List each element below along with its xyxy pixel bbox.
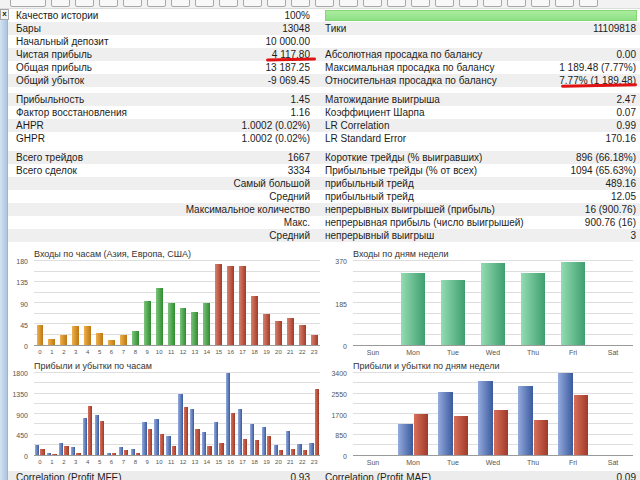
x-tick-label: 19 xyxy=(261,347,273,358)
bar-slot xyxy=(141,373,153,455)
x-tick-label: 13 xyxy=(189,457,201,468)
bar-slot xyxy=(201,373,213,455)
x-tick-label: 3 xyxy=(70,347,82,358)
x-tick-label: 18 xyxy=(249,457,261,468)
toolbar-button[interactable] xyxy=(363,0,382,7)
bar-прибыль xyxy=(238,409,242,455)
toolbar-button[interactable] xyxy=(10,0,46,7)
bar xyxy=(180,308,187,345)
toolbar-button[interactable] xyxy=(555,0,574,7)
x-tick-label: Thu xyxy=(513,457,553,468)
toolbar-button[interactable] xyxy=(219,0,238,7)
y-tick-label: 1800 xyxy=(12,370,28,377)
bar-прибыль xyxy=(142,422,146,455)
bar xyxy=(156,288,163,345)
bar-slot xyxy=(249,373,261,455)
bar-убыток xyxy=(303,450,307,455)
x-tick-label: 3 xyxy=(70,457,82,468)
stat-value: 100% xyxy=(8,9,310,22)
x-tick-label: 5 xyxy=(94,457,106,468)
stat-label: Максимальная просадка по балансу xyxy=(325,61,494,74)
bar-slot xyxy=(353,261,393,345)
stat-value: 13048 xyxy=(8,22,310,35)
toolbar-button[interactable] xyxy=(459,0,478,7)
bar-slot xyxy=(70,373,82,455)
bar-slot xyxy=(261,261,273,345)
bar-slot xyxy=(433,261,473,345)
toolbar-button[interactable] xyxy=(435,0,454,7)
toolbar-button[interactable] xyxy=(315,0,334,7)
toolbar-button[interactable] xyxy=(75,0,94,7)
x-tick-label: 23 xyxy=(308,347,320,358)
toolbar-button[interactable] xyxy=(483,0,502,7)
stat-value: Макс. xyxy=(8,216,310,229)
bar-slot xyxy=(237,261,249,345)
chart-title: Прибыли и убытки по дням недели xyxy=(353,361,499,371)
bar-убыток xyxy=(100,421,104,455)
bar-убыток xyxy=(574,395,588,455)
x-tick-label: Fri xyxy=(553,347,593,358)
toolbar-button[interactable] xyxy=(411,0,430,7)
bar-slot xyxy=(513,373,553,455)
toolbar-button[interactable] xyxy=(387,0,406,7)
bar-прибыль xyxy=(119,447,123,455)
stat-value: 3334 xyxy=(8,164,310,177)
stat-label: прибыльный трейд xyxy=(325,190,414,203)
chart-entries-by-weekday: Входы по дням недели0185370SunMonTueWedT… xyxy=(330,246,640,358)
bar-прибыль xyxy=(47,453,51,455)
table-row: Среднийприбыльный трейд12.05 xyxy=(8,190,640,203)
table-row: Общий убыток-9 069.45Относительная проса… xyxy=(8,74,640,87)
toolbar-button[interactable] xyxy=(123,0,142,7)
bar-убыток xyxy=(52,454,56,455)
bar xyxy=(227,266,234,345)
chart-bars xyxy=(34,261,320,345)
x-tick-label: 13 xyxy=(189,347,201,358)
toolbar-button[interactable] xyxy=(579,0,598,7)
bar xyxy=(37,325,44,345)
x-tick-label: 11 xyxy=(165,457,177,468)
chart-plot xyxy=(353,373,633,456)
table-row: Прибыльность1.45Матожидание выигрыша2.47 xyxy=(8,93,640,106)
x-tick-label: 6 xyxy=(106,347,118,358)
close-panel-button[interactable]: x xyxy=(0,9,9,20)
toolbar-button[interactable] xyxy=(147,0,166,7)
table-row: Качество истории100% xyxy=(8,9,640,22)
x-tick-label: 12 xyxy=(177,457,189,468)
bar xyxy=(108,340,115,345)
toolbar-button[interactable] xyxy=(291,0,310,7)
toolbar-button[interactable] xyxy=(531,0,550,7)
toolbar-button[interactable] xyxy=(51,0,70,7)
bar-slot xyxy=(296,373,308,455)
x-tick-label: 0 xyxy=(34,347,46,358)
x-tick-label: 15 xyxy=(213,457,225,468)
bar-slot xyxy=(473,373,513,455)
x-tick-label: Sat xyxy=(593,347,633,358)
chart-profit-loss-by-weekday: Прибыли и убытки по дням недели085017002… xyxy=(330,358,640,468)
x-tick-label: 4 xyxy=(82,457,94,468)
toolbar-button[interactable] xyxy=(267,0,286,7)
bar xyxy=(481,263,504,345)
toolbar-button[interactable] xyxy=(195,0,214,7)
toolbar-button[interactable] xyxy=(339,0,358,7)
stat-label: Коэффициент Шарпа xyxy=(325,106,425,119)
toolbar-button[interactable] xyxy=(171,0,190,7)
bar-slot xyxy=(70,261,82,345)
stat-label: прибыльный трейд xyxy=(325,177,414,190)
toolbar-button[interactable] xyxy=(507,0,526,7)
bar-прибыль xyxy=(214,422,218,455)
x-tick-label: 11 xyxy=(165,347,177,358)
x-tick-label: 17 xyxy=(237,457,249,468)
stat-value: 4 117.80 xyxy=(8,48,310,61)
bar-прибыль xyxy=(558,373,572,455)
bar-slot xyxy=(153,261,165,345)
stat-value: 1.16 xyxy=(8,106,310,119)
x-tick-label: 21 xyxy=(284,457,296,468)
x-tick-label: Mon xyxy=(393,347,433,358)
bar xyxy=(311,335,318,345)
stat-label: Прибыльные трейды (% от всех) xyxy=(325,164,477,177)
bar-убыток xyxy=(291,449,295,455)
bar-slot xyxy=(261,373,273,455)
toolbar-button[interactable] xyxy=(99,0,118,7)
toolbar-button[interactable] xyxy=(243,0,262,7)
table-row: Среднийнепрерывный выигрыш3 xyxy=(8,229,640,242)
